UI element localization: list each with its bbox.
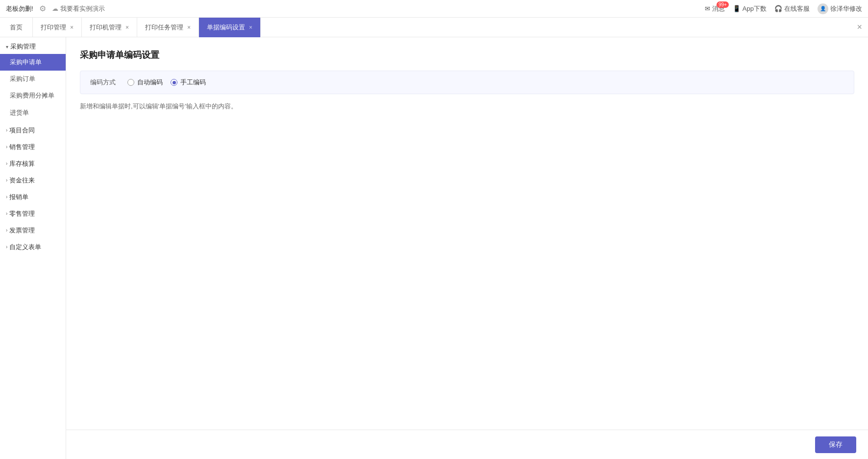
content-area: 采购申请单编码设置 编码方式 自动编码 手工编码 新增和编辑单据时,可以编辑'单… bbox=[66, 37, 868, 459]
radio-manual-label: 手工编码 bbox=[180, 78, 206, 87]
gear-icon[interactable]: ⚙ bbox=[39, 4, 46, 13]
tab-bar: 首页 打印管理 × 打印机管理 × 打印任务管理 × 单据编码设置 × × bbox=[0, 18, 868, 37]
sidebar-item-purchase-request[interactable]: 采购申请单 bbox=[0, 54, 66, 71]
sidebar-group-retail-header[interactable]: › 零售管理 bbox=[0, 204, 66, 221]
tab-print-management[interactable]: 打印管理 × bbox=[33, 18, 82, 37]
sidebar-item-purchase-request-label: 采购申请单 bbox=[10, 58, 42, 66]
chevron-right-icon-7: › bbox=[6, 228, 7, 233]
sidebar-item-purchase-order-label: 采购订单 bbox=[10, 75, 35, 82]
sidebar-item-purchase-expense-label: 采购费用分摊单 bbox=[10, 92, 54, 99]
online-service-button[interactable]: 🎧 在线客服 bbox=[774, 4, 810, 13]
top-bar: 老板勿删! ⚙ ☁ 我要看实例演示 ✉ 消息 99+ 📱 App下数 🎧 在线客… bbox=[0, 0, 868, 18]
tab-print-management-label: 打印管理 bbox=[41, 23, 66, 32]
tab-doc-code-settings[interactable]: 单据编码设置 × bbox=[199, 18, 261, 37]
chevron-right-icon-4: › bbox=[6, 178, 7, 183]
sidebar-group-sales-label: 销售管理 bbox=[9, 143, 35, 152]
chevron-right-icon-2: › bbox=[6, 144, 7, 150]
save-button[interactable]: 保存 bbox=[815, 436, 856, 453]
radio-auto-encoding[interactable]: 自动编码 bbox=[127, 78, 163, 87]
tab-close-doc-code[interactable]: × bbox=[249, 24, 252, 31]
sidebar-group-purchase-children: 采购申请单 采购订单 采购费用分摊单 进货单 bbox=[0, 54, 66, 121]
sidebar-group-custom-header[interactable]: › 自定义表单 bbox=[0, 238, 66, 255]
service-label: 在线客服 bbox=[784, 4, 810, 13]
sidebar-group-project: › 项目合同 bbox=[0, 121, 66, 138]
message-button[interactable]: ✉ 消息 99+ bbox=[705, 4, 725, 13]
sidebar-group-custom: › 自定义表单 bbox=[0, 238, 66, 255]
content-body: 采购申请单编码设置 编码方式 自动编码 手工编码 新增和编辑单据时,可以编辑'单… bbox=[66, 37, 868, 430]
chevron-down-icon: ▾ bbox=[6, 44, 8, 50]
sidebar-group-purchase-label: 采购管理 bbox=[10, 42, 36, 51]
top-bar-left: 老板勿删! ⚙ ☁ 我要看实例演示 bbox=[6, 4, 105, 13]
sidebar-group-retail-label: 零售管理 bbox=[9, 209, 35, 218]
message-icon: ✉ bbox=[705, 5, 710, 12]
sidebar-group-expense-header[interactable]: › 报销单 bbox=[0, 188, 66, 204]
tab-print-task-label: 打印任务管理 bbox=[145, 23, 183, 32]
chevron-right-icon: › bbox=[6, 128, 7, 133]
sidebar-group-purchase-header[interactable]: ▾ 采购管理 bbox=[0, 37, 66, 54]
tab-home-label: 首页 bbox=[10, 23, 23, 32]
radio-manual-circle bbox=[171, 79, 177, 86]
chevron-right-icon-6: › bbox=[6, 211, 7, 216]
top-bar-title: 老板勿删! bbox=[6, 4, 33, 13]
sidebar-group-purchase: ▾ 采购管理 采购申请单 采购订单 采购费用分摊单 进货单 bbox=[0, 37, 66, 121]
chevron-right-icon-8: › bbox=[6, 244, 7, 250]
app-download-button[interactable]: 📱 App下数 bbox=[733, 4, 767, 13]
cloud-icon: ☁ bbox=[52, 5, 58, 12]
sidebar-group-retail: › 零售管理 bbox=[0, 204, 66, 221]
main-layout: ▾ 采购管理 采购申请单 采购订单 采购费用分摊单 进货单 bbox=[0, 37, 868, 459]
radio-auto-circle bbox=[127, 79, 134, 86]
tab-close-print-management[interactable]: × bbox=[70, 24, 74, 31]
sidebar-group-inventory: › 库存核算 bbox=[0, 154, 66, 171]
sidebar-group-custom-label: 自定义表单 bbox=[9, 243, 41, 252]
encoding-label: 编码方式 bbox=[90, 78, 116, 87]
hint-text: 新增和编辑单据时,可以编辑'单据编号'输入框中的内容。 bbox=[80, 102, 854, 111]
tab-home[interactable]: 首页 bbox=[0, 18, 33, 37]
sidebar-item-purchase-expense[interactable]: 采购费用分摊单 bbox=[0, 87, 66, 104]
content-footer: 保存 bbox=[66, 430, 868, 459]
demo-link[interactable]: ☁ 我要看实例演示 bbox=[52, 4, 105, 13]
tab-printer-management-label: 打印机管理 bbox=[90, 23, 122, 32]
chevron-right-icon-5: › bbox=[6, 194, 7, 200]
chevron-right-icon-3: › bbox=[6, 161, 7, 166]
sidebar-group-sales: › 销售管理 bbox=[0, 138, 66, 154]
tab-close-print-task[interactable]: × bbox=[187, 24, 191, 31]
sidebar-group-sales-header[interactable]: › 销售管理 bbox=[0, 138, 66, 154]
sidebar-group-project-header[interactable]: › 项目合同 bbox=[0, 121, 66, 138]
sidebar-group-invoice-label: 发票管理 bbox=[9, 226, 35, 235]
avatar: 👤 bbox=[818, 3, 828, 14]
sidebar-item-purchase-receipt[interactable]: 进货单 bbox=[0, 104, 66, 121]
headset-icon: 🎧 bbox=[774, 5, 782, 12]
sidebar-group-inventory-header[interactable]: › 库存核算 bbox=[0, 154, 66, 171]
sidebar-group-expense-label: 报销单 bbox=[9, 193, 28, 202]
sidebar: ▾ 采购管理 采购申请单 采购订单 采购费用分摊单 进货单 bbox=[0, 37, 66, 459]
tab-close-printer-management[interactable]: × bbox=[125, 24, 129, 31]
sidebar-group-invoice: › 发票管理 bbox=[0, 221, 66, 238]
tab-printer-management[interactable]: 打印机管理 × bbox=[82, 18, 137, 37]
encoding-section: 编码方式 自动编码 手工编码 bbox=[80, 71, 854, 94]
sidebar-group-expense: › 报销单 bbox=[0, 188, 66, 204]
close-all-tabs-button[interactable]: × bbox=[851, 22, 868, 32]
tab-print-task[interactable]: 打印任务管理 × bbox=[137, 18, 199, 37]
sidebar-group-invoice-header[interactable]: › 发票管理 bbox=[0, 221, 66, 238]
app-icon: 📱 bbox=[733, 5, 741, 12]
user-profile[interactable]: 👤 徐泽华修改 bbox=[818, 3, 862, 14]
user-name: 徐泽华修改 bbox=[830, 4, 862, 13]
sidebar-group-finance-label: 资金往来 bbox=[9, 176, 35, 185]
sidebar-item-purchase-receipt-label: 进货单 bbox=[10, 109, 29, 116]
app-label: App下数 bbox=[743, 4, 767, 13]
sidebar-group-inventory-label: 库存核算 bbox=[9, 159, 35, 168]
message-badge: 99+ bbox=[717, 1, 729, 8]
sidebar-item-purchase-order[interactable]: 采购订单 bbox=[0, 71, 66, 87]
radio-auto-label: 自动编码 bbox=[137, 78, 163, 87]
sidebar-group-finance: › 资金往来 bbox=[0, 171, 66, 188]
sidebar-group-finance-header[interactable]: › 资金往来 bbox=[0, 171, 66, 188]
radio-manual-encoding[interactable]: 手工编码 bbox=[171, 78, 206, 87]
demo-label: 我要看实例演示 bbox=[60, 4, 105, 13]
page-title: 采购申请单编码设置 bbox=[80, 49, 854, 61]
sidebar-group-project-label: 项目合同 bbox=[9, 126, 35, 135]
top-bar-right: ✉ 消息 99+ 📱 App下数 🎧 在线客服 👤 徐泽华修改 bbox=[705, 3, 862, 14]
tab-doc-code-label: 单据编码设置 bbox=[207, 23, 245, 32]
